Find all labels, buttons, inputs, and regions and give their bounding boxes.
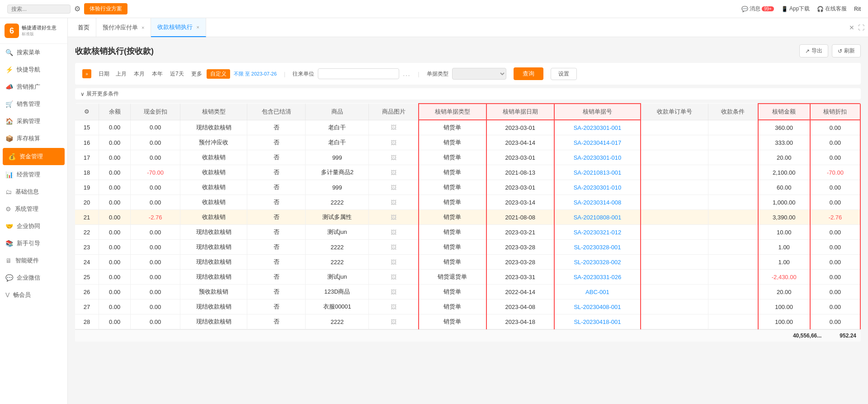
data-table: ⚙ 余额 现金折扣 核销类型 包含已结清 商品 商品图片 核销单据类型 核销单据… [75, 103, 861, 329]
online-service-item[interactable]: 🎧 在线客服 [817, 5, 847, 13]
cell-verify-bill-no[interactable]: SL-20230418-001 [554, 314, 641, 329]
cell-verify-bill-date: 2023-04-18 [486, 314, 554, 329]
cell-verify-bill-type: 销货单 [419, 180, 486, 195]
cell-verify-amount: 100.00 [758, 314, 810, 329]
cell-verify-bill-type: 销货单 [419, 240, 486, 255]
recent7-btn[interactable]: 近7天 [167, 69, 187, 79]
cell-verify-bill-no[interactable]: SA-20230414-017 [554, 135, 641, 150]
app-label: App下载 [789, 5, 810, 13]
cell-verify-bill-no[interactable]: SA-20230301-001 [554, 120, 641, 135]
industry-solution-button[interactable]: 体验行业方案 [84, 3, 127, 14]
sidebar-item-vip[interactable]: V 畅会员 [0, 286, 67, 304]
settings-icon[interactable]: ⚙ [74, 5, 80, 13]
sidebar-item-purchase[interactable]: 🏠 采购管理 [0, 113, 67, 130]
export-label: 导出 [811, 47, 822, 55]
tab-prepay[interactable]: 预付冲应付单 × [96, 18, 151, 37]
bill-type-select[interactable] [452, 68, 506, 80]
cell-receipt-condition [708, 270, 758, 285]
sidebar-item-marketing[interactable]: 📣 营销推广 [0, 78, 67, 95]
sidebar-item-enterprise[interactable]: 🤝 企业协同 [0, 218, 67, 235]
cell-receipt-condition [708, 225, 758, 240]
sidebar-item-wechat[interactable]: 💬 企业微信 [0, 269, 67, 286]
cell-cash-discount: 0.00 [131, 240, 180, 255]
th-receipt-order-no: 收款单订单号 [641, 104, 708, 120]
maximize-icon[interactable]: ⛶ [858, 24, 864, 31]
cell-verify-bill-date: 2023-03-01 [486, 180, 554, 195]
cell-verify-bill-no[interactable]: SL-20230328-001 [554, 240, 641, 255]
tab-receive[interactable]: 收款核销执行 × [151, 18, 206, 37]
expand-more-bar[interactable]: ∨ 展开更多条件 [75, 88, 861, 100]
cell-verify-discount: -70.00 [810, 165, 860, 180]
cell-verify-bill-no[interactable]: SL-20230328-002 [554, 255, 641, 270]
cell-verify-bill-no[interactable]: SL-20230408-001 [554, 299, 641, 314]
cell-verify-bill-date: 2023-03-14 [486, 195, 554, 210]
cell-verify-bill-no[interactable]: SA-20230314-008 [554, 195, 641, 210]
tab-home[interactable]: 首页 [71, 18, 96, 37]
refresh-label: 刷新 [844, 47, 855, 55]
main-layout: 6 畅捷通谱好生意 标准版 🔍 搜索菜单 ⚡ 快捷导航 📣 营销推广 🛒 销售管… [0, 18, 868, 404]
sales-icon: 🛒 [5, 100, 13, 108]
table-row: 190.000.00收款核销否999🖼销货单2023-03-01SA-20230… [75, 180, 860, 195]
export-button[interactable]: ↗ 导出 [799, 44, 828, 57]
cell-verify-discount: 0.00 [810, 180, 860, 195]
sidebar-item-hardware[interactable]: 🖥 智能硬件 [0, 252, 67, 269]
cell-includes-settled: 否 [247, 210, 306, 225]
cell-verify-bill-no[interactable]: ABC-001 [554, 285, 641, 299]
cell-verify-amount: 360.00 [758, 120, 810, 135]
cell-product: 999 [306, 180, 369, 195]
sidebar-item-guide[interactable]: 📚 新手引导 [0, 235, 67, 252]
query-button[interactable]: 查询 [514, 67, 543, 80]
partner-dots[interactable]: ... [403, 71, 410, 77]
messages-item[interactable]: 💬 消息 99+ [741, 5, 774, 13]
sidebar-item-quick-nav[interactable]: ⚡ 快捷导航 [0, 61, 67, 78]
cell-verify-discount: 0.00 [810, 240, 860, 255]
cell-verify-type: 收款核销 [180, 150, 247, 165]
cell-product-image: 🖼 [369, 299, 419, 314]
cell-verify-bill-type: 销货单 [419, 314, 486, 329]
sidebar-item-basic[interactable]: 🗂 基础信息 [0, 183, 67, 200]
cell-verify-bill-no[interactable]: SA-20210808-001 [554, 210, 641, 225]
app-download-item[interactable]: 📱 App下载 [781, 5, 810, 13]
tab-prepay-label: 预付冲应付单 [103, 24, 138, 32]
refresh-button[interactable]: ↺ 刷新 [832, 44, 861, 57]
cell-verify-bill-no[interactable]: SA-20230301-010 [554, 150, 641, 165]
last-month-btn[interactable]: 上月 [113, 69, 129, 79]
th-includes-settled: 包含已结清 [247, 104, 306, 120]
cell-verify-amount: -2,430.00 [758, 270, 810, 285]
messages-badge: 99+ [762, 6, 774, 11]
sidebar-item-system[interactable]: ⚙ 系统管理 [0, 200, 67, 218]
close-window-icon[interactable]: ✕ [849, 24, 854, 31]
th-gear[interactable]: ⚙ [75, 104, 99, 120]
more-btn[interactable]: 更多 [189, 69, 205, 79]
sidebar-item-finance[interactable]: 💰 资金管理 [3, 148, 65, 165]
cell-balance: 0.00 [99, 255, 130, 270]
cell-verify-bill-no[interactable]: SA-20230331-026 [554, 270, 641, 285]
partner-input[interactable] [318, 68, 399, 79]
cell-verify-bill-type: 销货单 [419, 135, 486, 150]
wechat-icon: 💬 [5, 274, 13, 281]
filter-collapse-button[interactable]: » [82, 69, 91, 78]
user-label[interactable]: Rit [854, 6, 861, 12]
sidebar-item-sales[interactable]: 🛒 销售管理 [0, 95, 67, 113]
this-month-btn[interactable]: 本月 [131, 69, 147, 79]
cell-verify-type: 现结收款核销 [180, 120, 247, 135]
cell-cash-discount: 0.00 [131, 180, 180, 195]
this-year-btn[interactable]: 本年 [149, 69, 165, 79]
sidebar-item-inventory[interactable]: 📦 库存核算 [0, 130, 67, 147]
cell-verify-bill-no[interactable]: SA-20230301-010 [554, 180, 641, 195]
cell-verify-bill-no[interactable]: SA-20210813-001 [554, 165, 641, 180]
custom-date-btn[interactable]: 自定义 [207, 69, 230, 79]
sidebar-item-operations[interactable]: 📊 经营管理 [0, 166, 67, 183]
filter-panel: » 日期 上月 本月 本年 近7天 更多 自定义 不限 至 2023-07-26… [75, 63, 861, 85]
cell-product-image: 🖼 [369, 240, 419, 255]
search-input[interactable] [7, 5, 71, 14]
filter-settings-button[interactable]: 设置 [551, 68, 577, 80]
cell-verify-bill-no[interactable]: SA-20230321-012 [554, 225, 641, 240]
system-icon: ⚙ [5, 205, 11, 213]
date-filter-row: 日期 上月 本月 本年 近7天 更多 自定义 不限 至 2023-07-26 [99, 69, 277, 79]
tab-receive-close[interactable]: × [196, 24, 199, 30]
sidebar-item-search[interactable]: 🔍 搜索菜单 [0, 44, 67, 61]
tab-prepay-close[interactable]: × [142, 25, 144, 30]
cell-verify-type: 预付冲应收 [180, 135, 247, 150]
cell-product: 2222 [306, 240, 369, 255]
